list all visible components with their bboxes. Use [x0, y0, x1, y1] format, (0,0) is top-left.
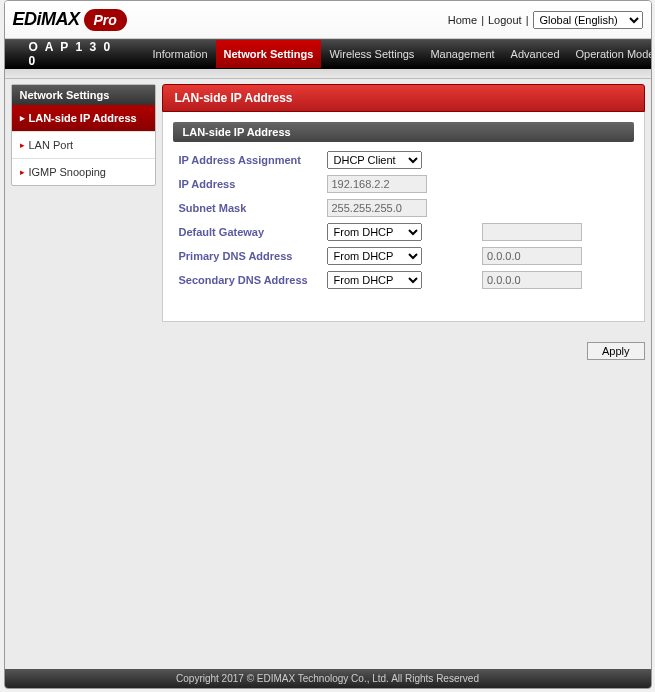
subnet-mask-input	[327, 199, 427, 217]
device-model: O A P 1 3 0 0	[5, 40, 145, 68]
secondary-dns-input	[482, 271, 582, 289]
subnet-mask-label: Subnet Mask	[173, 196, 323, 220]
sidebar-item-label: LAN-side IP Address	[29, 112, 137, 124]
ip-assignment-label: IP Address Assignment	[173, 148, 323, 172]
sidebar-lan-ip[interactable]: ▸ LAN-side IP Address	[12, 105, 155, 132]
main-panel: LAN-side IP Address LAN-side IP Address …	[162, 84, 645, 360]
main-nav: O A P 1 3 0 0 Information Network Settin…	[5, 39, 651, 69]
primary-dns-input	[482, 247, 582, 265]
nav-information[interactable]: Information	[145, 40, 216, 68]
sidebar-heading: Network Settings	[12, 85, 155, 105]
apply-button[interactable]: Apply	[587, 342, 645, 360]
top-sep: |	[481, 14, 484, 26]
ip-assignment-select[interactable]: DHCP Client	[327, 151, 422, 169]
gateway-mode-select[interactable]: From DHCP	[327, 223, 422, 241]
nav-operation-mode[interactable]: Operation Mode	[568, 40, 652, 68]
language-select[interactable]: Global (English)	[533, 11, 643, 29]
top-bar: EDiMAX Pro Home | Logout | Global (Engli…	[5, 1, 651, 39]
secondary-dns-label: Secondary DNS Address	[173, 268, 323, 292]
section-title: LAN-side IP Address	[173, 122, 634, 142]
brand-name: EDiMAX	[13, 9, 80, 30]
sidebar-item-label: IGMP Snooping	[29, 166, 106, 178]
chevron-right-icon: ▸	[20, 167, 25, 177]
brand-logo: EDiMAX Pro	[13, 9, 127, 31]
chevron-right-icon: ▸	[20, 113, 25, 123]
logout-link[interactable]: Logout	[488, 14, 522, 26]
chevron-right-icon: ▸	[20, 140, 25, 150]
top-sep: |	[526, 14, 529, 26]
secondary-dns-mode-select[interactable]: From DHCP	[327, 271, 422, 289]
primary-dns-mode-select[interactable]: From DHCP	[327, 247, 422, 265]
page-title: LAN-side IP Address	[162, 84, 645, 112]
top-links: Home | Logout | Global (English)	[448, 11, 643, 29]
gateway-input	[482, 223, 582, 241]
nav-advanced[interactable]: Advanced	[503, 40, 568, 68]
ip-address-input	[327, 175, 427, 193]
form-table: IP Address Assignment DHCP Client IP Add…	[173, 148, 634, 292]
sidebar-igmp[interactable]: ▸ IGMP Snooping	[12, 159, 155, 185]
gateway-label: Default Gateway	[173, 220, 323, 244]
sidebar: Network Settings ▸ LAN-side IP Address ▸…	[11, 84, 156, 186]
footer: Copyright 2017 © EDIMAX Technology Co., …	[5, 669, 651, 688]
sidebar-item-label: LAN Port	[29, 139, 74, 151]
brand-suffix: Pro	[84, 9, 127, 31]
ip-address-label: IP Address	[173, 172, 323, 196]
primary-dns-label: Primary DNS Address	[173, 244, 323, 268]
sidebar-lan-port[interactable]: ▸ LAN Port	[12, 132, 155, 159]
nav-management[interactable]: Management	[422, 40, 502, 68]
nav-bottom-strip	[5, 69, 651, 79]
nav-network-settings[interactable]: Network Settings	[216, 40, 322, 68]
home-link[interactable]: Home	[448, 14, 477, 26]
nav-wireless-settings[interactable]: Wireless Settings	[321, 40, 422, 68]
